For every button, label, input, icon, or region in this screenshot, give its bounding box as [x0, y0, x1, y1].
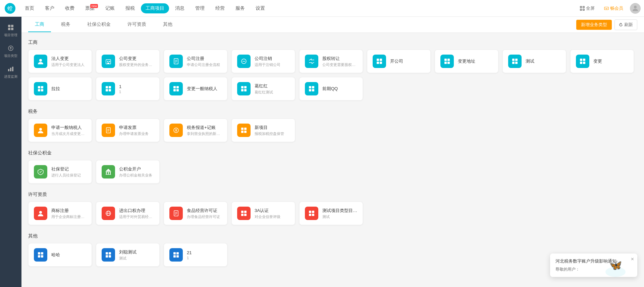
card-info: 进出口权办理适用于对外贸易经营者 [119, 208, 154, 219]
app-logo[interactable]: 螳 [3, 2, 17, 15]
section-gongshang: 工商法人变更适用于公司变更法人公司变更股权变更外的业务变更公司注册申请公司注册全… [28, 40, 637, 100]
card-测试项目类型目定义[interactable]: 测试项目类型目定义测试 [299, 202, 363, 225]
card-变更一般纳税人[interactable]: 变更一般纳税人 [164, 77, 227, 100]
nav-item-首页[interactable]: 首页 [20, 3, 39, 13]
card-食品经营许可证[interactable]: 食品经营许可证办理食品经营许可证 [164, 202, 227, 225]
section-title-shuiwu: 税务 [28, 109, 637, 115]
card-申请发票[interactable]: 申请发票办理申请发票业务 [96, 119, 160, 142]
card-公积金开户[interactable]: 公积金开户办理公积金相关业务 [96, 160, 160, 184]
sub-tab-工商[interactable]: 工商 [28, 17, 51, 32]
card-税务报道+记账[interactable]: ¥税务报道+记账拿到营业执照的新公司 [164, 119, 227, 142]
card-股权转让[interactable]: 股权转让公司变更需要股权转让 [299, 50, 363, 73]
card-申请一般纳税人[interactable]: 申请一般纳税人当月或次月成变更完成 [28, 119, 92, 142]
notification-close-button[interactable]: × [631, 256, 634, 262]
card-info: 申请发票办理申请发票业务 [119, 125, 154, 136]
nav-item-服务[interactable]: 服务 [231, 3, 250, 13]
card-开公司[interactable]: 开公司 [367, 50, 431, 73]
nav-item-收费[interactable]: 收费 [60, 3, 79, 13]
card-新项目[interactable]: 新项目报税加税控盘保管 [231, 119, 295, 142]
nav-item-消息[interactable]: 消息 [170, 3, 189, 13]
svg-rect-52 [176, 86, 179, 88]
card-变更[interactable]: 变更 [570, 50, 634, 73]
grid-card-icon [102, 82, 115, 95]
sidebar-item-项目类型[interactable]: 项目类型 [0, 41, 21, 62]
card-info: 新项目报税加税控盘保管 [255, 125, 289, 136]
card-刘聪测试[interactable]: 刘聪测试测试 [96, 243, 160, 267]
sub-tab-许可资质[interactable]: 许可资质 [121, 17, 153, 32]
svg-rect-61 [309, 89, 311, 91]
card-前期QQ[interactable]: 前期QQ [299, 77, 363, 100]
nav-item-票据[interactable]: 票据new [80, 3, 99, 13]
card-info: 公司注销适用于注销公司 [255, 56, 289, 67]
card-测试[interactable]: 测试 [502, 50, 566, 73]
card-name: 开公司 [390, 58, 425, 64]
card-哈哈[interactable]: 哈哈 [28, 243, 92, 267]
card-name: 公司变更 [119, 56, 154, 62]
svg-rect-18 [107, 61, 108, 62]
card-desc: 测试 [322, 214, 357, 219]
card-desc: 报税加税控盘保管 [255, 131, 289, 136]
card-社保登记[interactable]: 社保登记进行人员社保登记 [28, 160, 92, 184]
svg-point-16 [39, 59, 42, 62]
card-desc: 拿到营业执照的新公司 [187, 131, 222, 136]
svg-point-7 [634, 6, 637, 8]
card-name: 变更地址 [458, 58, 493, 64]
card-公司注册[interactable]: 公司注册申请公司注册全流程 [164, 50, 227, 73]
sub-tab-税务[interactable]: 税务 [54, 17, 77, 32]
svg-rect-92 [309, 211, 311, 213]
nav-item-记账[interactable]: 记账 [101, 3, 119, 13]
member-button[interactable]: 畅会员 [601, 4, 626, 13]
sidebar-item-进度监测[interactable]: 进度监测 [0, 62, 21, 82]
fullscreen-button[interactable]: 全屏 [577, 4, 597, 13]
sub-tab-社保公积金[interactable]: 社保公积金 [80, 17, 117, 32]
svg-rect-51 [173, 86, 176, 88]
svg-rect-103 [109, 255, 111, 258]
building-card-icon [102, 55, 115, 68]
card-拉拉[interactable]: 拉拉 [28, 77, 92, 100]
card-公司变更[interactable]: 公司变更股权变更外的业务变更 [96, 50, 160, 73]
card-进出口权办理[interactable]: 进出口权办理适用于对外贸易经营者 [96, 202, 160, 225]
svg-rect-19 [109, 61, 110, 62]
card-desc: 办理申请发票业务 [119, 131, 154, 136]
card-info: 拉拉 [51, 86, 86, 92]
document-card-icon [169, 207, 183, 220]
sub-tab-其他[interactable]: 其他 [156, 17, 179, 32]
sidebar-item-项目管理[interactable]: 项目管理 [0, 20, 21, 41]
card-法人变更[interactable]: 法人变更适用于公司变更法人 [28, 50, 92, 73]
nav-item-报税[interactable]: 报税 [121, 3, 140, 13]
card-desc: 对企业信誉评级 [255, 214, 289, 219]
nav-item-工商项目[interactable]: 工商项目 [141, 3, 169, 13]
section-title-shebao: 社保公积金 [28, 150, 637, 156]
card-葛红红[interactable]: 葛红红葛红红测试 [231, 77, 295, 100]
content-area: 工商法人变更适用于公司变更法人公司变更股权变更外的业务变更公司注册申请公司注册全… [21, 33, 644, 281]
card-21[interactable]: 211 [164, 243, 227, 267]
card-info: 股权转让公司变更需要股权转让 [322, 56, 357, 67]
card-3A认证[interactable]: 3A认证对企业信誉评级 [231, 202, 295, 225]
nav-item-管理[interactable]: 管理 [191, 3, 209, 13]
svg-rect-3 [583, 6, 584, 8]
card-商标注册[interactable]: 商标注册用于企业商标注册服务 [28, 202, 92, 225]
card-desc: 办理公积金相关业务 [119, 173, 154, 178]
refresh-button[interactable]: 刷新 [614, 19, 637, 30]
card-1[interactable]: 11 [96, 77, 160, 100]
section-title-xuke: 许可资质 [28, 192, 637, 198]
card-name: 变更 [593, 58, 628, 64]
svg-rect-27 [377, 59, 379, 61]
bank-card-icon [102, 165, 115, 178]
person-card-icon [34, 124, 47, 137]
card-name: 测试项目类型目定义 [322, 208, 357, 214]
add-type-button[interactable]: 新增业务类型 [576, 20, 612, 30]
svg-rect-42 [583, 62, 585, 64]
card-变更地址[interactable]: 变更地址 [435, 50, 498, 73]
card-name: 申请发票 [119, 125, 154, 131]
nav-item-客户[interactable]: 客户 [40, 3, 59, 13]
svg-rect-30 [380, 62, 382, 64]
grid-icon [7, 23, 15, 31]
document-card-icon [102, 124, 115, 137]
card-info: 公积金开户办理公积金相关业务 [119, 166, 154, 178]
avatar[interactable] [630, 3, 641, 14]
svg-rect-95 [312, 214, 314, 216]
card-公司注销[interactable]: 公司注销适用于注销公司 [231, 50, 295, 73]
nav-item-经营[interactable]: 经营 [211, 3, 229, 13]
nav-item-设置[interactable]: 设置 [251, 3, 270, 13]
